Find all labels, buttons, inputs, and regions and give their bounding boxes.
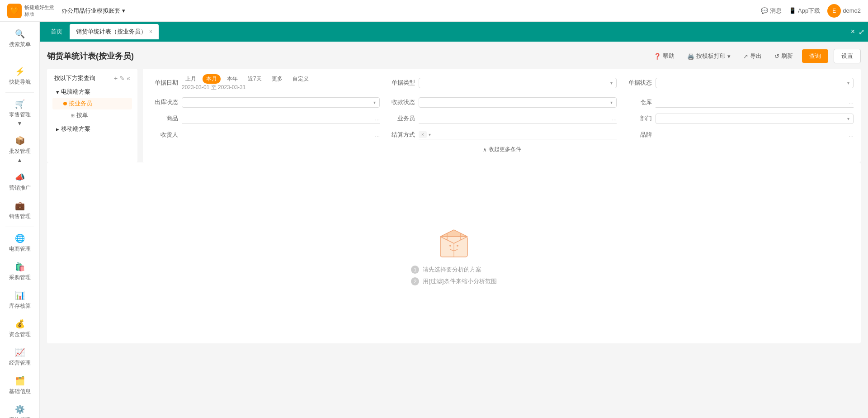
scheme-item-by-order[interactable]: ⊞ 按单	[52, 109, 132, 121]
date-btn-this-year[interactable]: 本年	[223, 74, 241, 84]
paymentmethod-tag: ×	[419, 131, 427, 138]
collapse-icon: ∧	[483, 147, 487, 153]
brand-with-dots[interactable]: ...	[656, 129, 854, 140]
query-button[interactable]: 查询	[802, 49, 828, 63]
sidebar-item-finance[interactable]: 💰 资金管理	[0, 314, 39, 343]
scheme-group-header-mobile[interactable]: ▸ 移动端方案	[52, 123, 132, 135]
filter-item-outstatus: 出库状态 ▾	[150, 97, 380, 108]
sidebar-divider-2	[5, 92, 34, 93]
search-icon: 🔍	[15, 29, 25, 39]
scheme-item-by-salesperson[interactable]: 按业务员	[52, 98, 132, 109]
settings-button[interactable]: 设置	[834, 49, 861, 63]
doctype-control[interactable]: ▾	[419, 78, 617, 88]
filter-item-paymentstatus: 收款状态 ▾	[387, 97, 617, 108]
app-download-button[interactable]: 📱 App下载	[789, 7, 820, 15]
help-button[interactable]: ❓ 帮助	[650, 50, 678, 62]
tab-close-icon[interactable]: ×	[149, 28, 152, 35]
paymentstatus-control[interactable]: ▾	[419, 97, 617, 108]
tab-minimize-button[interactable]: ×	[851, 28, 855, 36]
ecommerce-icon: 🌐	[15, 233, 25, 243]
scheme-add-button[interactable]: +	[114, 75, 118, 82]
sidebar-item-sales[interactable]: 💼 销售管理	[0, 196, 39, 225]
sidebar-item-retail[interactable]: 🛒 零售管理 ▼	[0, 95, 39, 131]
goods-with-dots[interactable]: ...	[182, 113, 380, 124]
sidebar-item-marketing[interactable]: 📣 营销推广	[0, 168, 39, 196]
date-btn-this-month[interactable]: 本月	[203, 74, 221, 84]
brand-control[interactable]: ...	[656, 129, 854, 140]
date-btn-more[interactable]: 更多	[268, 74, 286, 84]
tab-maximize-button[interactable]: ⤢	[859, 28, 864, 36]
goods-control[interactable]: ...	[182, 113, 380, 124]
outstatus-control[interactable]: ▾	[182, 97, 380, 108]
collapse-button[interactable]: ∧ 收起更多条件	[483, 146, 521, 153]
chevron-down-icon: ▾	[429, 132, 431, 137]
sidebar-item-basic[interactable]: 🗂️ 基础信息	[0, 371, 39, 400]
paymentstatus-select[interactable]: ▾	[419, 97, 617, 108]
doctype-select[interactable]: ▾	[419, 78, 617, 88]
print-button[interactable]: 🖨️ 按模板打印 ▾	[684, 50, 734, 62]
salesperson-with-dots[interactable]: ...	[419, 113, 617, 124]
filter-grid-4: 收货人 ... 结算方式	[150, 129, 854, 140]
sidebar-item-ecommerce[interactable]: 🌐 电商管理	[0, 229, 39, 257]
sidebar-item-purchase[interactable]: 🛍️ 采购管理	[0, 257, 39, 286]
basic-icon: 🗂️	[15, 376, 25, 386]
help-icon: ❓	[654, 53, 661, 60]
scheme-collapse-button[interactable]: «	[127, 75, 130, 82]
logo-area: 🧡 畅捷通好生意 标版	[7, 4, 54, 18]
app-selector[interactable]: 办公用品行业模拟账套 ▾	[58, 5, 129, 17]
filter-item-salesperson: 业务员 ...	[387, 113, 617, 124]
scheme-group-mobile: ▸ 移动端方案	[52, 123, 132, 135]
paymentmethod-tag-row: × ▾	[419, 130, 617, 139]
goods-dots[interactable]: ...	[375, 115, 380, 122]
sidebar-item-inventory[interactable]: 📊 库存核算	[0, 286, 39, 314]
warehouse-control[interactable]: ...	[656, 97, 854, 108]
department-select[interactable]: ▾	[656, 114, 854, 124]
scheme-actions: + ✎ «	[114, 75, 130, 82]
tab-bar: 首页 销货单统计表（按业务员） × × ⤢	[40, 22, 868, 42]
filter-item-date: 单据日期 上月 本月 本年 近7天 更多 自定义 20	[150, 74, 380, 91]
sidebar-item-search[interactable]: 🔍 搜索菜单	[0, 24, 39, 53]
docstatus-select[interactable]: ▾	[656, 78, 854, 88]
sidebar-item-wholesale[interactable]: 📦 批发管理 ▲	[0, 131, 39, 168]
sidebar-divider-3	[5, 227, 34, 227]
user-menu[interactable]: E demo2	[827, 4, 861, 18]
brand-dots[interactable]: ...	[849, 131, 854, 138]
sidebar-item-quicknav[interactable]: ⚡ 快捷导航	[0, 62, 39, 90]
tab-active[interactable]: 销货单统计表（按业务员） ×	[70, 24, 159, 39]
sidebar-item-system[interactable]: ⚙️ 系统管理	[0, 400, 39, 418]
salesperson-dots[interactable]: ...	[612, 115, 617, 122]
refresh-button[interactable]: ↺ 刷新	[771, 50, 797, 62]
chevron-down-icon: ▾	[56, 89, 59, 95]
chevron-right-icon: ▸	[56, 126, 59, 133]
receiver-with-dots[interactable]: ...	[182, 129, 380, 140]
message-button[interactable]: 💬 消息	[761, 7, 782, 15]
date-btn-custom[interactable]: 自定义	[289, 74, 312, 84]
salesperson-control[interactable]: ...	[419, 113, 617, 124]
date-control: 上月 本月 本年 近7天 更多 自定义 2023-03-01 至 2023-03…	[182, 74, 380, 91]
warehouse-dots[interactable]: ...	[849, 99, 854, 105]
filter-main: 按以下方案查询 + ✎ « ▾ 电脑端方案	[47, 69, 861, 162]
print-chevron-icon: ▾	[727, 53, 731, 60]
main-layout: 🔍 搜索菜单 ⚡ 快捷导航 🛒 零售管理 ▼ 📦 批发管理 ▲ 📣	[0, 22, 868, 418]
sidebar-item-operations[interactable]: 📈 经营管理	[0, 343, 39, 371]
filter-item-docstatus: 单据状态 ▾	[624, 74, 854, 91]
print-icon: 🖨️	[687, 53, 694, 60]
scheme-edit-button[interactable]: ✎	[119, 75, 125, 82]
receiver-control[interactable]: ...	[182, 129, 380, 140]
empty-tip-1: 1 请先选择要分析的方案	[411, 264, 496, 276]
scheme-group-header-desktop[interactable]: ▾ 电脑端方案	[52, 86, 132, 98]
filters-container: 单据日期 上月 本月 本年 近7天 更多 自定义 20	[143, 69, 861, 162]
tab-home[interactable]: 首页	[43, 24, 70, 39]
receiver-dots[interactable]: ...	[375, 131, 380, 138]
paymentmethod-control[interactable]: × ▾	[419, 130, 617, 139]
docstatus-control[interactable]: ▾	[656, 78, 854, 88]
inventory-icon: 📊	[15, 290, 25, 300]
department-control[interactable]: ▾	[656, 114, 854, 124]
date-btn-last-month[interactable]: 上月	[182, 74, 200, 84]
outstatus-select[interactable]: ▾	[182, 97, 380, 108]
date-btn-7days[interactable]: 近7天	[244, 74, 265, 84]
tag-close-icon[interactable]: ×	[421, 132, 424, 137]
export-button[interactable]: ↗ 导出	[740, 50, 765, 62]
warehouse-with-dots[interactable]: ...	[656, 97, 854, 108]
expand-icon: ▲	[17, 157, 23, 163]
